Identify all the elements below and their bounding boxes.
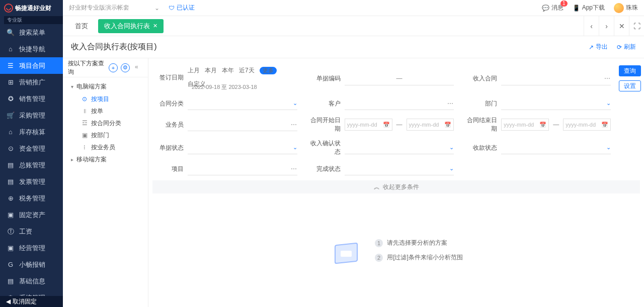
empty-illustration-icon: [330, 233, 365, 268]
export-button[interactable]: ↗ 导出: [589, 43, 608, 51]
tab-close-all-button[interactable]: ✕: [614, 16, 629, 36]
export-label: 导出: [596, 43, 608, 51]
menu-label: 快捷导航: [19, 45, 45, 54]
menu-item-6[interactable]: ⌂库存核算: [0, 124, 63, 140]
dept-select[interactable]: ⌄: [501, 97, 611, 110]
doc-status-select[interactable]: ⌄: [188, 141, 297, 154]
menu-icon: ⌂: [7, 45, 14, 53]
start-date-label: 合同开始日期: [309, 116, 345, 133]
menu-item-2[interactable]: ☰项目合同: [0, 57, 63, 74]
tree-item-0-1[interactable]: ⫴按单: [66, 105, 145, 117]
tree-group-1[interactable]: ▸移动端方案: [66, 153, 145, 166]
step-2-text: 用[过滤]条件来缩小分析范围: [387, 253, 463, 262]
project-label: 项目: [152, 165, 188, 173]
app-download-button[interactable]: 📱 App下载: [573, 4, 605, 12]
menu-item-8[interactable]: ▤总账管理: [0, 157, 63, 173]
chevron-down-icon: ⌄: [606, 144, 611, 151]
end-date-to[interactable]: yyyy-mm-dd📅: [563, 119, 611, 131]
tab-home-label: 首页: [75, 22, 88, 31]
menu-item-4[interactable]: ✪销售管理: [0, 90, 63, 107]
tab-active[interactable]: 收入合同执行表 ✕: [98, 19, 164, 33]
calendar-icon: 📅: [601, 122, 608, 128]
menu-item-5[interactable]: 🛒采购管理: [0, 107, 63, 124]
doc-status-label: 单据状态: [152, 144, 188, 152]
income-confirm-select[interactable]: ⌄: [345, 141, 454, 154]
menu-item-11[interactable]: ▣固定资产: [0, 207, 63, 223]
more-icon: ⋯: [291, 165, 297, 172]
tree-item-0-2[interactable]: ☲按合同分类: [66, 117, 145, 129]
project-input[interactable]: ⋯: [188, 162, 297, 175]
tab-active-label: 收入合同执行表: [104, 22, 150, 31]
start-date-from[interactable]: yyyy-mm-dd📅: [345, 119, 392, 131]
menu-item-12[interactable]: Ⓣ工资: [0, 223, 63, 240]
menu-item-7[interactable]: ⊙资金管理: [0, 140, 63, 157]
scheme-panel: 按以下方案查询 + ⚙ « ▾电脑端方案⊙按项目⫴按单☲按合同分类▣按部门⫶按业…: [63, 58, 148, 307]
step-1-text: 请先选择要分析的方案: [387, 239, 447, 247]
account-select[interactable]: 好业财专业版演示帐套 ⌄: [69, 4, 159, 12]
scheme-settings-button[interactable]: ⚙: [121, 63, 130, 72]
tree-item-0-4[interactable]: ⫶按业务员: [66, 141, 145, 153]
shield-icon: 🛡: [169, 5, 175, 12]
refresh-button[interactable]: ⟳ 刷新: [617, 43, 636, 51]
messages-button[interactable]: 💬 消息 1: [542, 4, 564, 12]
income-contract-input[interactable]: ⋯: [501, 72, 611, 85]
tree-item-icon: ⫴: [81, 108, 88, 115]
chevron-down-icon: ⌄: [449, 144, 454, 151]
menu-item-16[interactable]: ⚙系统管理: [0, 289, 63, 296]
menu-item-13[interactable]: ▣经营管理: [0, 240, 63, 256]
tree-item-label: 按部门: [91, 131, 109, 140]
page-header: 收入合同执行表(按项目) ↗ 导出 ⟳ 刷新: [63, 36, 644, 58]
date-opt-this-month[interactable]: 本月: [205, 66, 217, 75]
empty-step-2: 2 用[过滤]条件来缩小分析范围: [375, 253, 463, 262]
verified-label: 已认证: [177, 4, 195, 12]
brand-name: 畅捷通好业财: [15, 4, 51, 13]
tree-group-0[interactable]: ▾电脑端方案: [66, 80, 145, 93]
date-opt-this-year[interactable]: 本年: [222, 66, 234, 75]
menu-item-14[interactable]: G小畅报销: [0, 256, 63, 273]
date-opt-7days[interactable]: 近7天: [239, 66, 255, 75]
query-button[interactable]: 查询: [619, 65, 641, 76]
settings-button[interactable]: 设置: [619, 80, 641, 91]
menu-label: 工资: [19, 227, 32, 236]
date-opt-last-month[interactable]: 上月: [188, 66, 200, 75]
menu-item-9[interactable]: ▤发票管理: [0, 173, 63, 190]
sign-date-label: 签订日期: [152, 73, 188, 82]
collapse-more-button[interactable]: ︽ 收起更多条件: [152, 180, 640, 193]
menu-item-10[interactable]: ⊕税务管理: [0, 190, 63, 207]
date-opt-more[interactable]: 更多: [260, 67, 277, 74]
menu-label: 税务管理: [19, 194, 45, 203]
tree-item-0-3[interactable]: ▣按部门: [66, 129, 145, 141]
tab-home[interactable]: 首页: [67, 16, 96, 36]
customer-input[interactable]: ⋯: [345, 97, 454, 110]
collapse-more-label: 收起更多条件: [383, 183, 419, 191]
start-date-to[interactable]: yyyy-mm-dd📅: [407, 119, 454, 131]
menu-item-1[interactable]: ⌂快捷导航: [0, 41, 63, 57]
menu-icon: ⊕: [7, 194, 14, 202]
tree-item-label: 按单: [91, 107, 103, 116]
complete-status-select[interactable]: ⌄: [345, 162, 454, 175]
scheme-tree: ▾电脑端方案⊙按项目⫴按单☲按合同分类▣按部门⫶按业务员▸移动端方案: [63, 77, 148, 169]
user-name: 珠珠: [626, 4, 638, 12]
tab-close-icon[interactable]: ✕: [153, 23, 157, 29]
user-menu[interactable]: 珠珠: [614, 3, 638, 13]
tab-prev-button[interactable]: ‹: [584, 16, 599, 36]
contract-cat-select[interactable]: ⌄: [188, 97, 297, 110]
phone-icon: 📱: [573, 5, 580, 12]
menu-item-3[interactable]: ⊞营销推广: [0, 74, 63, 90]
tab-fullscreen-button[interactable]: ⛶: [629, 16, 644, 36]
tree-item-0-0[interactable]: ⊙按项目: [66, 93, 145, 105]
end-date-from[interactable]: yyyy-mm-dd📅: [501, 119, 549, 131]
collect-status-select[interactable]: ⌄: [501, 141, 611, 154]
cancel-pin-button[interactable]: ◀ 取消固定: [0, 296, 63, 307]
salesman-input[interactable]: ⋯: [188, 118, 297, 131]
menu-item-0[interactable]: 🔍搜索菜单: [0, 24, 63, 41]
menu-label: 采购管理: [19, 111, 45, 120]
more-icon: ⋯: [604, 75, 611, 82]
scheme-collapse-button[interactable]: «: [135, 63, 143, 72]
menu-item-15[interactable]: ▤基础信息: [0, 273, 63, 289]
calendar-icon: 📅: [539, 122, 546, 128]
tab-next-button[interactable]: ›: [599, 16, 614, 36]
scheme-add-button[interactable]: +: [109, 63, 118, 72]
menu-icon: ▣: [7, 211, 14, 219]
doc-no-input[interactable]: —: [345, 72, 454, 85]
